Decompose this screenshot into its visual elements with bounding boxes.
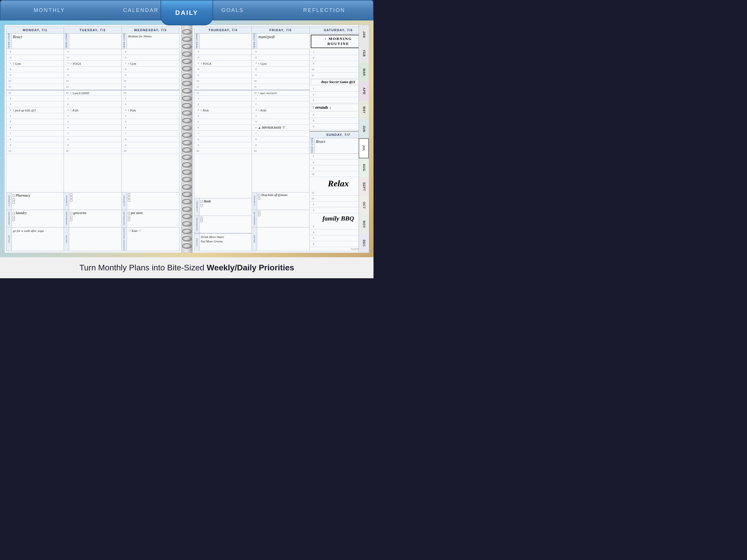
thursday-daily-goal-row: DAILY GOAL: [194, 33, 252, 49]
time-row: 5: [252, 49, 309, 55]
time-row: 8: [194, 66, 252, 72]
time-row: 6: [122, 55, 179, 61]
time-row-noon: 12: [122, 90, 179, 96]
wednesday-notes: GRATITUDE THOUGHTS ♡ Kids ♡: [122, 228, 179, 251]
time-row: 9: [122, 72, 179, 78]
nav-monthly[interactable]: MONTHLY: [3, 4, 95, 16]
secondary-item: [128, 216, 178, 218]
month-jun[interactable]: JUN: [359, 119, 369, 138]
month-may[interactable]: MAY: [359, 101, 369, 119]
thursday-priority: PRIORITY Bank: [194, 198, 252, 216]
thursday-goals-content: Drink More WaterEat More Greens: [200, 234, 252, 251]
spiral-ring: [182, 132, 191, 138]
morning-routine-text: ↑ MORNINGROUTINE: [312, 36, 364, 46]
time-row: 10: [252, 78, 309, 84]
time-row: 11: [6, 84, 63, 90]
time-row: 9: [194, 142, 252, 148]
time-row: 8: [64, 66, 121, 72]
monday-notes: NOTES go for a walk after yoga: [6, 228, 63, 251]
time-row: 7: [194, 131, 252, 136]
time-row: 3↑ pick up kids @3: [6, 107, 63, 113]
wednesday-notes-content: ♡ Kids ♡: [127, 228, 179, 251]
morning-routine-box: ↑ MORNINGROUTINE: [311, 35, 366, 48]
priority-item: [12, 201, 63, 204]
friday-daily-goal-row: DAILY GOAL mani/pedi: [252, 33, 309, 49]
month-jul[interactable]: JUL: [359, 138, 369, 158]
time-row: 1: [122, 96, 179, 102]
time-row: 7: [6, 131, 63, 136]
month-jan[interactable]: JAN: [359, 25, 369, 44]
time-row: 5: [64, 49, 121, 55]
spiral-ring: [182, 192, 191, 197]
planner-wrapper: MONDAY, 7/1 DAILY GOAL React 5 6 7↑ Gym …: [0, 20, 374, 257]
time-row: 2: [64, 102, 121, 107]
tuesday-col: TUESDAY, 7/2 DAILY GOAL 5 6 7↑ YOGA 8 9 …: [64, 27, 121, 251]
month-sept[interactable]: SEPT: [359, 177, 369, 196]
time-row: 2: [122, 102, 179, 107]
priority-item: [12, 198, 63, 201]
spiral-ring: [182, 66, 191, 71]
month-apr[interactable]: APR: [359, 82, 369, 101]
month-dec[interactable]: DEC: [359, 234, 369, 252]
time-row: 6▲ DINNER DATE ♡: [252, 125, 309, 131]
caption-text2: Weekly/Daily Priorities: [207, 263, 294, 272]
secondary-item: [12, 219, 63, 221]
tuesday-notes-content: [69, 228, 121, 251]
secondary-item: [128, 219, 178, 221]
secondary-item: [201, 220, 251, 222]
spiral-ring: [182, 184, 191, 190]
nav-daily-active[interactable]: DAILY: [160, 1, 213, 25]
spiral-ring: [182, 81, 191, 86]
errands-box: ↑ errands ↓: [311, 104, 366, 111]
priority-item: Pharmacy: [12, 193, 63, 198]
time-row: 6: [252, 55, 309, 61]
monday-notes-content: go for a walk after yoga: [12, 228, 63, 251]
time-row: 8: [194, 136, 252, 142]
time-row: 2: [6, 102, 63, 107]
spiral-ring: [182, 96, 191, 101]
wednesday-secondary: SECONDARY pet store: [122, 210, 179, 228]
friday-priority: PRIORITY Drop Kids off @moms: [252, 192, 309, 210]
month-feb[interactable]: FEB: [359, 44, 369, 63]
priority-item: [70, 193, 120, 196]
month-mar[interactable]: MAR: [359, 63, 369, 82]
spiral-ring: [182, 214, 191, 219]
month-nov[interactable]: NOV: [359, 215, 369, 234]
time-row: 3↑ Kids: [122, 107, 179, 113]
time-row: 1: [64, 96, 121, 102]
spiral-ring: [182, 207, 191, 212]
time-row: 5: [194, 49, 252, 55]
tuesday-goal: [69, 33, 121, 49]
time-row: 8: [252, 66, 309, 72]
month-oct[interactable]: OCT: [359, 196, 369, 215]
time-row: 5: [6, 49, 63, 55]
time-row-noon: 12: [194, 90, 252, 96]
time-row: 9: [252, 142, 309, 148]
family-bbq-text: family BBQ: [311, 215, 366, 222]
wednesday-goal: Meditate for 30mins: [127, 33, 179, 49]
time-row: 10: [64, 78, 121, 84]
spiral-ring: [182, 229, 191, 234]
tuesday-notes: NOTES: [64, 228, 121, 251]
secondary-item: [201, 217, 251, 219]
left-page: MONDAY, 7/1 DAILY GOAL React 5 6 7↑ Gym …: [5, 25, 181, 252]
tuesday-secondary: SECONDARY groceries: [64, 210, 121, 228]
friday-notes: NOTES: [252, 228, 309, 251]
time-row: 7↑ Gym: [122, 61, 179, 66]
spiral-ring: [182, 29, 191, 34]
spiral-ring: [182, 36, 191, 42]
time-row: 9: [122, 142, 179, 148]
tuesday-priority: PRIORITY: [64, 192, 121, 210]
spiral-ring: [182, 110, 191, 115]
nav-reflection[interactable]: REFLECTION: [278, 4, 370, 16]
time-row: 5: [64, 119, 121, 125]
time-row: 7: [64, 131, 121, 136]
monday-header: MONDAY, 7/1: [6, 27, 63, 33]
friday-col: FRIDAY, 7/5 DAILY GOAL mani/pedi 5 6 7↑ …: [252, 27, 309, 251]
time-row: 9: [64, 142, 121, 148]
thursday-secondary: SECONDARY: [194, 216, 252, 233]
spiral-ring: [182, 147, 191, 153]
time-row: 7↑ Gym: [6, 61, 63, 66]
time-row: 6: [194, 55, 252, 61]
month-aug[interactable]: AUG: [359, 158, 369, 177]
